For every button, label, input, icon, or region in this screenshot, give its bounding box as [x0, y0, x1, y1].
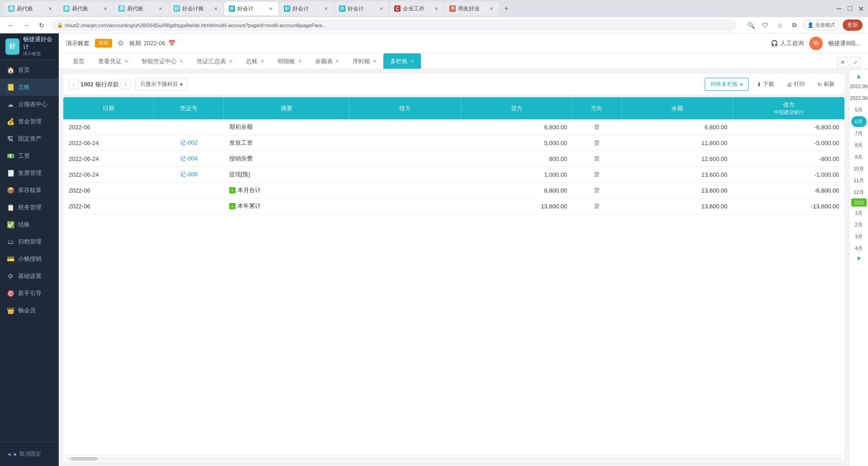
download-button[interactable]: ⬇ 下载: [752, 78, 778, 90]
month-item-9[interactable]: 9月: [851, 151, 867, 162]
tab-close-4[interactable]: ✕: [212, 5, 219, 12]
month-item-12[interactable]: 12月: [851, 187, 867, 198]
new-tab-button[interactable]: +: [500, 2, 513, 15]
update-button[interactable]: 更新: [843, 19, 863, 31]
cancel-fixed-button[interactable]: ◄◄ 取消固定: [0, 446, 59, 462]
browser-tab-7[interactable]: 好 好会计 ✕: [335, 2, 389, 15]
browser-tab-1[interactable]: 易 易代账 ✕: [4, 2, 58, 15]
tab-close-general-ledger[interactable]: ✕: [260, 59, 264, 64]
tab-close-balance[interactable]: ✕: [335, 59, 339, 64]
browser-tab-4[interactable]: 好 好会计账 ✕: [169, 2, 223, 15]
sidebar-item-salary[interactable]: 💵 工资: [0, 147, 59, 165]
browser-tab-3[interactable]: 易 易代账 ✕: [114, 2, 168, 15]
scroll-thumb[interactable]: [71, 457, 98, 461]
star-icon[interactable]: ☆: [774, 20, 785, 31]
month-scroll-down[interactable]: ▼: [852, 254, 866, 263]
subject-filter-dropdown[interactable]: 只显示下级科目 ▾: [135, 78, 188, 90]
sidebar-item-guide[interactable]: 🎯 新手引导: [0, 285, 59, 302]
month-item-10[interactable]: 10月: [851, 163, 867, 174]
voucher-link-2[interactable]: 记-004: [180, 155, 198, 162]
expand-panel-button[interactable]: ⤢: [850, 57, 861, 68]
consult-button[interactable]: 🎧 人工咨询: [771, 39, 804, 47]
voucher-link-3[interactable]: 记-006: [180, 171, 198, 178]
print-button[interactable]: 🖨 打印: [782, 78, 809, 90]
tab-close-3[interactable]: ✕: [157, 5, 164, 12]
tab-close-1[interactable]: ✕: [47, 5, 53, 12]
sidebar-item-settings[interactable]: ⚙ 基础设置: [0, 268, 59, 285]
month-item-2[interactable]: 2月: [851, 219, 867, 230]
tab-detail-ledger[interactable]: 明细账 ✕: [271, 53, 308, 69]
tab-close-9[interactable]: ✕: [488, 5, 495, 12]
sidebar-item-funds[interactable]: 💰 资金管理: [0, 113, 59, 130]
sidebar-label-home: 首页: [18, 66, 30, 74]
sidebar-item-archive[interactable]: 🗂 归档管理: [0, 233, 59, 250]
tab-close-7[interactable]: ✕: [378, 5, 384, 12]
tab-close-view-voucher[interactable]: ✕: [124, 59, 128, 64]
tab-close-5[interactable]: ✕: [268, 5, 274, 12]
month-item-2022-06-top[interactable]: 2022.06: [851, 81, 867, 92]
tab-close-2[interactable]: ✕: [102, 5, 108, 12]
month-item-8[interactable]: 8月: [851, 140, 867, 151]
special-ledger-button[interactable]: 特殊多栏账 ▾: [705, 78, 749, 91]
tab-close-voucher-summary[interactable]: ✕: [229, 59, 232, 64]
calendar-icon[interactable]: 📅: [168, 40, 175, 47]
voucher-link-1[interactable]: 记-002: [180, 139, 198, 146]
search-icon[interactable]: 🔍: [745, 20, 756, 31]
shield-icon[interactable]: 🛡: [760, 20, 771, 31]
tab-close-6[interactable]: ✕: [323, 5, 329, 12]
maximize-button[interactable]: □: [846, 5, 854, 12]
browser-tab-6[interactable]: 好 好会计 ✕: [279, 2, 334, 15]
tab-balance[interactable]: 余额表 ✕: [308, 53, 346, 69]
next-subject-button[interactable]: ›: [121, 80, 131, 89]
tab-view-voucher[interactable]: 查看凭证 ✕: [91, 53, 135, 69]
sidebar-item-member[interactable]: 👑 畅会员: [0, 302, 59, 319]
sidebar-item-tax[interactable]: 📋 税务管理: [0, 199, 59, 216]
sidebar-item-invoice[interactable]: 🧾 发票管理: [0, 165, 59, 182]
tab-home[interactable]: 首页: [66, 53, 91, 69]
tab-close-detail-ledger[interactable]: ✕: [298, 59, 302, 64]
forward-button[interactable]: →: [21, 20, 32, 31]
close-panel-button[interactable]: ✕: [837, 57, 848, 68]
refresh-button[interactable]: ↻: [36, 20, 47, 31]
settings-gear-icon[interactable]: ⚙: [118, 39, 124, 47]
tab-general-ledger[interactable]: 总账 ✕: [239, 53, 271, 69]
browser-tab-8[interactable]: C 企业工作 ✕: [390, 2, 444, 15]
minimize-button[interactable]: ─: [835, 5, 843, 12]
url-bar[interactable]: 🔒 cloud2.chanjet.com/accounting/uh26t264…: [52, 19, 736, 31]
tab-multi-column[interactable]: 多栏账 ✕: [383, 53, 421, 69]
tab-chronological[interactable]: 序时账 ✕: [346, 53, 383, 69]
sidebar-item-inventory[interactable]: 📦 库存核算: [0, 182, 59, 199]
month-item-5[interactable]: 5月: [851, 104, 867, 115]
month-item-11[interactable]: 11月: [851, 175, 867, 186]
tab-close-smart-voucher[interactable]: ✕: [179, 59, 183, 64]
sidebar-item-expense[interactable]: 💳 小畅报销: [0, 250, 59, 268]
account-period: 账期 2022-06 📅: [129, 39, 175, 47]
month-scroll-up[interactable]: ▲: [852, 71, 866, 80]
sidebar-item-closing[interactable]: ✅ 结账: [0, 216, 59, 233]
horizontal-scrollbar[interactable]: [63, 455, 844, 461]
back-button[interactable]: ←: [5, 20, 16, 31]
month-item-2022-06-2[interactable]: 2022.06: [851, 93, 867, 104]
month-item-3[interactable]: 3月: [851, 231, 867, 242]
tab-close-chronological[interactable]: ✕: [373, 59, 377, 64]
month-item-1[interactable]: 1月: [851, 207, 867, 218]
browser-tab-5[interactable]: 好 好会计 ✕: [224, 2, 278, 15]
month-item-6[interactable]: 6月: [851, 116, 867, 127]
month-item-7[interactable]: 7月: [851, 128, 867, 139]
browser-tab-2[interactable]: 易 易代账 ✕: [59, 2, 113, 15]
prev-subject-button[interactable]: ‹: [69, 80, 79, 89]
sidebar-item-reports[interactable]: ☁ 云报表中心: [0, 96, 59, 113]
tab-voucher-summary[interactable]: 凭证汇总表 ✕: [190, 53, 239, 69]
sidebar-item-home[interactable]: 🏠 首页: [0, 61, 59, 79]
extensions-icon[interactable]: ⧉: [789, 20, 800, 31]
wuhen-mode-button[interactable]: 👤 无痕模式: [803, 20, 839, 30]
close-button[interactable]: ✕: [857, 5, 864, 12]
sidebar-item-assets[interactable]: 🏗 固定资产: [0, 130, 59, 147]
browser-tab-9[interactable]: 用 用友好业 ✕: [445, 2, 499, 15]
tab-close-8[interactable]: ✕: [433, 5, 439, 12]
sidebar-item-ledger[interactable]: 📒 总账: [0, 79, 59, 96]
refresh-button[interactable]: ↻ 刷新: [813, 78, 839, 90]
tab-close-multi-column[interactable]: ✕: [410, 59, 414, 64]
month-item-4[interactable]: 4月: [851, 243, 867, 254]
tab-smart-voucher[interactable]: 智能凭证中心 ✕: [135, 53, 190, 69]
